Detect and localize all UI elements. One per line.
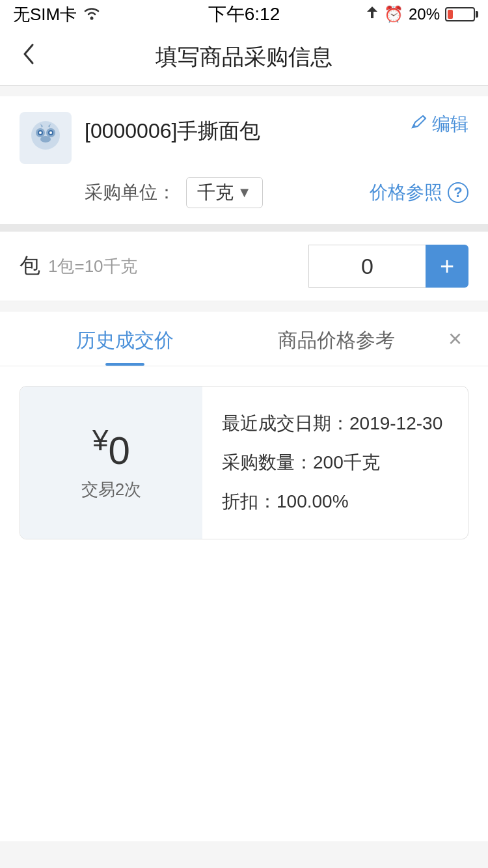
- tabs-header: 历史成交价 商品价格参考 ×: [0, 312, 488, 366]
- svg-point-8: [40, 136, 51, 142]
- section-divider: [0, 224, 488, 232]
- quantity-row: 包 1包=10千克 0 +: [0, 232, 488, 301]
- status-right: ⏰ 20%: [366, 5, 475, 23]
- price-number: 0: [109, 429, 130, 472]
- edit-button[interactable]: 编辑: [410, 112, 468, 137]
- tab-content-area: ¥0 交易2次 最近成交日期：2019-12-30 采购数量：200千克 折扣：…: [0, 386, 488, 841]
- svg-point-7: [49, 131, 52, 134]
- quantity-input[interactable]: 0: [308, 245, 426, 288]
- back-icon: [20, 40, 38, 74]
- carrier-text: 无SIM卡: [13, 3, 77, 26]
- product-thumbnail: [20, 112, 72, 164]
- product-card: [0000006]手撕面包 编辑 采购单位： 千克 ▼ 价格参照: [0, 96, 488, 224]
- edit-icon: [410, 113, 428, 136]
- unit-row: 采购单位： 千克 ▼: [85, 177, 263, 208]
- detail-date-row: 最近成交日期：2019-12-30: [222, 410, 448, 437]
- dropdown-icon: ▼: [237, 184, 252, 201]
- battery-pct: 20%: [409, 5, 440, 23]
- price-ref-label: 价格参照: [370, 180, 442, 205]
- quantity-label-group: 包 1包=10千克: [20, 252, 137, 280]
- transaction-count: 交易2次: [81, 478, 141, 501]
- tabs-container: 历史成交价 商品价格参考 × ¥0 交易2次 最近成交日期：2019-12-30…: [0, 312, 488, 841]
- price-summary: ¥0 交易2次: [20, 387, 202, 539]
- product-header: [0000006]手撕面包 编辑: [20, 112, 468, 164]
- edit-label: 编辑: [432, 112, 468, 137]
- price-details: 最近成交日期：2019-12-30 采购数量：200千克 折扣：100.00%: [202, 387, 468, 539]
- status-bar: 无SIM卡 下午6:12 ⏰ 20%: [0, 0, 488, 29]
- svg-point-0: [90, 16, 94, 20]
- product-id: [0000006]: [85, 119, 177, 142]
- status-time: 下午6:12: [208, 2, 280, 27]
- date-label: 最近成交日期：: [222, 413, 349, 433]
- quantity-plus-button[interactable]: +: [426, 245, 468, 288]
- currency-symbol: ¥: [92, 424, 108, 456]
- tab-product-price-label: 商品价格参考: [278, 329, 395, 351]
- product-title: 手撕面包: [177, 119, 260, 142]
- date-value: 2019-12-30: [349, 413, 442, 433]
- discount-label: 折扣：: [222, 491, 277, 511]
- history-price-card: ¥0 交易2次 最近成交日期：2019-12-30 采购数量：200千克 折扣：…: [20, 386, 468, 539]
- product-info: [0000006]手撕面包: [20, 112, 260, 164]
- price-value: ¥0: [92, 424, 130, 473]
- tab-history-price-label: 历史成交价: [76, 329, 174, 351]
- help-icon: ?: [448, 182, 468, 203]
- svg-point-1: [31, 121, 60, 150]
- nav-bar: 填写商品采购信息: [0, 29, 488, 86]
- price-ref-button[interactable]: 价格参照 ?: [370, 180, 468, 205]
- quantity-controls: 0 +: [308, 245, 468, 288]
- product-logo-icon: [27, 117, 64, 159]
- wifi-icon: [82, 5, 102, 25]
- discount-value: 100.00%: [277, 491, 349, 511]
- battery-icon: [445, 7, 475, 21]
- back-button[interactable]: [20, 40, 38, 74]
- page-title: 填写商品采购信息: [156, 42, 332, 72]
- alarm-icon: ⏰: [384, 5, 403, 23]
- product-name: [0000006]手撕面包: [85, 112, 260, 146]
- unit-select[interactable]: 千克 ▼: [186, 177, 263, 208]
- detail-qty-row: 采购数量：200千克: [222, 449, 448, 476]
- unit-label: 采购单位：: [85, 182, 176, 202]
- qty-label: 采购数量：: [222, 452, 313, 472]
- product-meta: 采购单位： 千克 ▼ 价格参照 ?: [20, 177, 468, 208]
- qty-value: 200千克: [313, 452, 380, 472]
- pkg-desc: 1包=10千克: [48, 255, 137, 278]
- pkg-label: 包: [20, 252, 40, 280]
- tabs-close-button[interactable]: ×: [442, 325, 468, 353]
- detail-discount-row: 折扣：100.00%: [222, 488, 448, 515]
- svg-point-6: [39, 131, 42, 134]
- tab-history-price[interactable]: 历史成交价: [20, 312, 230, 366]
- unit-value: 千克: [197, 180, 234, 205]
- status-left: 无SIM卡: [13, 3, 102, 26]
- tab-product-price[interactable]: 商品价格参考: [230, 312, 441, 366]
- location-icon: [366, 5, 379, 23]
